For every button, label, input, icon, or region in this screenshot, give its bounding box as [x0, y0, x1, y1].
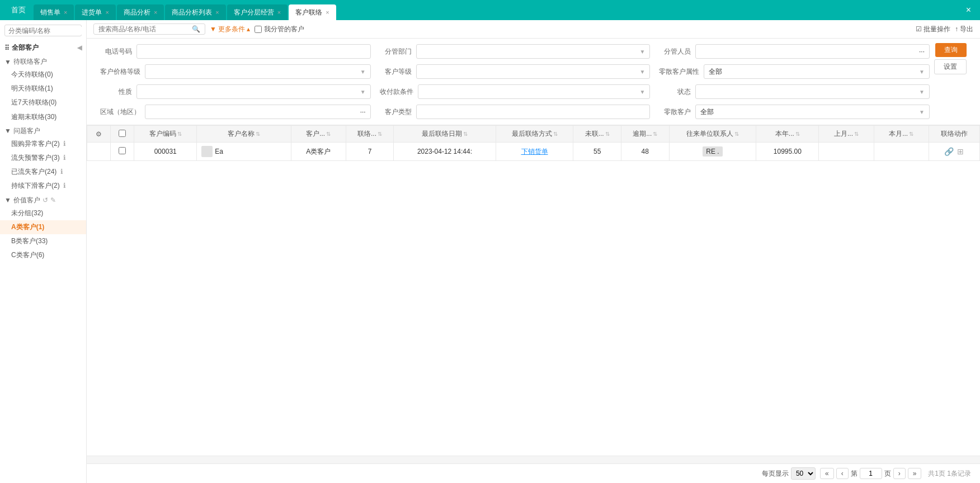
sort-type-icon[interactable]: ⇅ [326, 131, 331, 137]
more-filter-button[interactable]: ▼ 更多条件 ▴ [210, 25, 250, 34]
col-checkbox [111, 126, 134, 143]
sidebar-search-input[interactable] [8, 27, 87, 35]
last-page-button[interactable]: » [908, 468, 922, 479]
adv-manager-input[interactable]: ··· [695, 44, 930, 59]
sort-overdue-icon[interactable]: ⇅ [653, 131, 657, 137]
adv-manager-field: 分管人员 ··· [654, 43, 934, 60]
sort-name-icon[interactable]: ⇅ [256, 131, 260, 137]
tab-customer-segment[interactable]: 客户分层经营 × [227, 4, 288, 20]
tab-purchase-order[interactable]: 进货单 × [75, 4, 115, 20]
sort-unit-contacts-icon[interactable]: ⇅ [734, 131, 739, 137]
edit-icon[interactable]: ✎ [50, 196, 56, 204]
col-header-name: 客户名称 ⇅ [197, 126, 291, 143]
col-header-last-month: 上月... ⇅ [819, 126, 874, 143]
sidebar-item-declining-customer[interactable]: 持续下滑客户(2) ℹ [0, 179, 86, 193]
sort-year-icon[interactable]: ⇅ [795, 131, 800, 137]
sort-code-icon[interactable]: ⇅ [177, 131, 182, 137]
main-search-box[interactable]: 🔍 [93, 23, 205, 35]
row-checkbox[interactable] [119, 147, 126, 154]
customer-grade-down-icon: ▼ [639, 69, 645, 75]
table-settings-icon[interactable]: ⚙ [96, 130, 102, 138]
my-customer-check[interactable] [255, 26, 262, 33]
sort-noc-icon[interactable]: ⇅ [605, 131, 610, 137]
adv-status-label: 状态 [659, 87, 695, 97]
tab-product-analysis[interactable]: 商品分析 × [117, 4, 164, 20]
sidebar-item-class-b[interactable]: B类客户(33) [0, 234, 86, 248]
my-customer-checkbox[interactable]: 我分管的客户 [255, 25, 304, 34]
adv-scatter-select[interactable]: 全部 ▼ [695, 105, 930, 119]
section-problem-customer[interactable]: ▼ 问题客户 [0, 124, 86, 137]
info-icon-3: ℹ [60, 168, 63, 176]
adv-price-grade-select[interactable]: ▼ [145, 64, 371, 79]
settings-button[interactable]: 设置 [934, 59, 967, 74]
close-customer-contact-icon[interactable]: × [326, 9, 329, 16]
tab-product-analysis-list[interactable]: 商品分析列表 × [165, 4, 225, 20]
section-value-customer[interactable]: ▼ 价值客户 ↺ ✎ [0, 193, 86, 206]
refresh-icon[interactable]: ↺ [43, 196, 48, 204]
adv-payment-select[interactable]: ▼ [418, 84, 651, 99]
adv-customer-grade-select[interactable]: ▼ [416, 64, 651, 79]
batch-ops-button[interactable]: ☑ 批量操作 [916, 25, 950, 34]
sort-way-icon[interactable]: ⇅ [553, 131, 558, 137]
tab-customer-contact[interactable]: 客户联络 × [289, 4, 336, 20]
sidebar-item-unclassified[interactable]: 未分组(32) [0, 206, 86, 220]
advanced-filter: 电话号码 分管部门 ▼ 分管人员 [87, 39, 980, 125]
tab-sales-order[interactable]: 销售单 × [34, 4, 74, 20]
col-header-overdue: 逾期... ⇅ [621, 126, 670, 143]
export-button[interactable]: ↑ 导出 [955, 25, 973, 34]
sidebar-item-class-a[interactable]: A类客户(1) [0, 220, 86, 234]
adv-region-input[interactable]: ··· [145, 105, 371, 119]
adv-scatter-attr-select[interactable]: 全部 ▼ [704, 64, 930, 79]
sort-contact-icon[interactable]: ⇅ [378, 131, 382, 137]
sidebar-item-lost-customer[interactable]: 已流失客户(24) ℹ [0, 165, 86, 179]
row-unit-contacts-cell: RE . [669, 143, 756, 161]
all-customers-header[interactable]: ⠿ 全部客户 ◀ [0, 41, 86, 55]
section-pending-contact[interactable]: ▼ 待联络客户 [0, 55, 86, 68]
info-icon-1: ℹ [63, 140, 66, 148]
main-search-input[interactable] [98, 25, 192, 33]
sort-last-month-icon[interactable]: ⇅ [854, 131, 859, 137]
next-page-button[interactable]: › [893, 468, 906, 479]
sidebar-item-class-c[interactable]: C类客户(6) [0, 248, 86, 262]
row-link-icon[interactable]: 🔗 [944, 147, 954, 156]
col-header-date: 最后联络日期 ⇅ [394, 126, 496, 143]
sort-date-icon[interactable]: ⇅ [463, 131, 468, 137]
prev-page-button[interactable]: ‹ [836, 468, 849, 479]
sidebar-item-hoarding-abnormal[interactable]: 囤购异常客户(2) ℹ [0, 137, 86, 151]
close-customer-segment-icon[interactable]: × [277, 9, 281, 16]
adv-phone-input[interactable] [136, 44, 371, 59]
row-grid-icon[interactable]: ⊞ [957, 147, 964, 156]
close-product-analysis-icon[interactable]: × [154, 9, 157, 16]
sidebar-item-today-contact[interactable]: 今天待联络(0) [0, 68, 86, 82]
info-icon-2: ℹ [63, 154, 66, 162]
adv-customer-type-input[interactable] [416, 105, 651, 119]
window-close-button[interactable]: × [962, 5, 976, 15]
page-number-input[interactable] [860, 468, 882, 479]
sidebar-item-loss-warning[interactable]: 流失预警客户(3) ℹ [0, 151, 86, 165]
adv-region-label: 区域（地区） [100, 107, 145, 117]
info-icon-4: ℹ [63, 182, 66, 190]
query-button[interactable]: 查询 [935, 43, 967, 57]
adv-dept-select[interactable]: ▼ [416, 44, 651, 59]
sidebar-search-box[interactable]: 🔍 [4, 25, 82, 36]
first-page-button[interactable]: « [820, 468, 834, 479]
adv-nature-select[interactable]: ▼ [136, 84, 371, 99]
sidebar-item-7days-contact[interactable]: 近7天待联络(0) [0, 96, 86, 110]
sidebar-item-overdue-contact[interactable]: 逾期未联络(30) [0, 110, 86, 124]
collapse-sidebar-icon[interactable]: ◀ [77, 44, 82, 51]
close-sales-order-icon[interactable]: × [64, 9, 67, 16]
sidebar-item-tomorrow-contact[interactable]: 明天待联络(1) [0, 82, 86, 96]
horizontal-scrollbar[interactable] [87, 456, 980, 463]
home-tab[interactable]: 首页 [4, 0, 32, 20]
per-page-select[interactable]: 50 [791, 467, 816, 480]
col-settings[interactable]: ⚙ [87, 126, 111, 143]
row-last-way-cell[interactable]: 下销货单 [496, 143, 573, 161]
sort-this-month-icon[interactable]: ⇅ [909, 131, 913, 137]
select-all-checkbox[interactable] [119, 130, 126, 137]
adv-status-select[interactable]: ▼ [695, 84, 930, 99]
filter-icon: ▼ [210, 25, 216, 33]
close-purchase-order-icon[interactable]: × [105, 9, 109, 16]
close-product-analysis-list-icon[interactable]: × [215, 9, 219, 16]
row-contact-count-cell: 7 [346, 143, 394, 161]
col-header-year: 本年... ⇅ [756, 126, 819, 143]
